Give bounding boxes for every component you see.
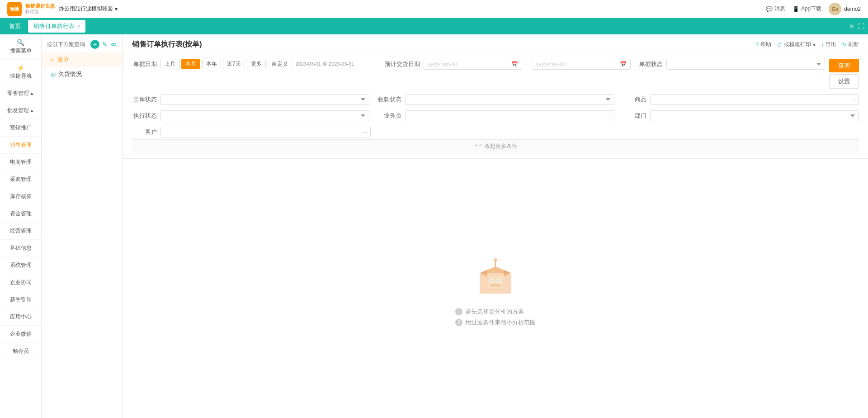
collapse-bar[interactable]: ⌃⌃ 收起更多条件 — [132, 139, 859, 153]
export-button[interactable]: ↓ 导出 — [821, 41, 836, 48]
refresh-button[interactable]: ↻ 刷新 — [842, 41, 859, 48]
sidebar-item-appstore[interactable]: 应用中心 — [0, 309, 41, 326]
collapse-panel-button[interactable]: ≪ — [110, 41, 117, 48]
nav-icon-shortage: ◎ — [51, 71, 56, 78]
payment-label: 收款状态 — [377, 95, 401, 104]
sidebar-item-purchase[interactable]: 采购管理 — [0, 171, 41, 188]
edit-scheme-button[interactable]: ✎ — [102, 41, 108, 48]
order-status-select-wrap — [666, 59, 825, 70]
customer-more-icon[interactable]: ··· — [360, 129, 370, 135]
chevron-icon-retail: ▲ — [30, 91, 34, 96]
sidebar-item-system[interactable]: 系统管理 — [0, 257, 41, 274]
order-status-label: 单据状态 — [638, 60, 663, 68]
search-icon: 🔍 — [17, 39, 24, 46]
calendar-icon-end: 📅 — [620, 61, 627, 67]
logo-icon: 畅捷 — [7, 2, 22, 16]
date-btn-last-month[interactable]: 上月 — [160, 59, 179, 69]
top-bar-right: 💬 消息 📱 App下载 Ea demo2 — [766, 3, 861, 15]
payment-filter: 收款状态 — [377, 94, 614, 105]
goods-input[interactable] — [651, 95, 849, 104]
setting-button[interactable]: 设置 — [829, 74, 859, 89]
expected-date-start[interactable]: yyyy-mm-dd 📅 — [424, 59, 522, 70]
sidebar-item-ecommerce[interactable]: 电商管理 — [0, 154, 41, 171]
page-title: 销售订单执行表(按单) — [132, 40, 202, 49]
date-btn-7days[interactable]: 近7天 — [223, 59, 245, 69]
sidebar: 🔍 搜索菜单 ⚡ 快捷导航 零售管理 ▲ 批发管理 ▲ 营销推广 销售管理 电商… — [0, 34, 42, 418]
close-window-icon[interactable]: ✕ — [849, 23, 854, 30]
dept-select[interactable] — [650, 110, 859, 121]
tip-num-2: 2 — [455, 319, 462, 326]
sidebar-item-member[interactable]: 畅会员 — [0, 343, 41, 360]
sidebar-item-search[interactable]: 🔍 搜索菜单 — [0, 34, 41, 60]
page-actions: ? 帮助 🖨 按模板打印 ▾ ↓ 导出 ↻ 刷新 — [755, 41, 859, 48]
app-download-button[interactable]: 📱 App下载 — [793, 5, 821, 13]
svg-rect-9 — [491, 285, 500, 286]
main-content: 销售订单执行表(按单) ? 帮助 🖨 按模板打印 ▾ ↓ 导出 — [123, 34, 868, 418]
add-scheme-button[interactable]: + — [90, 40, 99, 49]
sidebar-item-finance[interactable]: 资金管理 — [0, 205, 41, 223]
exec-status-select[interactable] — [160, 110, 369, 121]
expected-date-filter: 预计交货日期 yyyy-mm-dd 📅 — yyyy-mm-dd 📅 — [385, 59, 630, 70]
expected-date-end[interactable]: yyyy-mm-dd 📅 — [532, 59, 630, 70]
customer-input[interactable] — [161, 127, 360, 137]
print-icon: 🖨 — [777, 42, 782, 48]
avatar: Ea — [829, 3, 841, 15]
chevron-icon-wholesale: ▲ — [30, 108, 34, 113]
top-bar-left: 畅捷 畅捷通好生意 标准版 办公用品行业模拟账套 ▾ — [7, 2, 118, 16]
left-panel-actions: + ✎ ≪ — [90, 40, 117, 49]
empty-icon-svg — [471, 253, 520, 298]
tab-active[interactable]: 销售订单执行表 × — [28, 20, 85, 33]
left-panel-header: 按以下方案查询 + ✎ ≪ — [42, 38, 123, 52]
date-btn-custom[interactable]: 自定义 — [268, 59, 292, 69]
sidebar-item-quick[interactable]: ⚡ 快捷导航 — [0, 60, 41, 85]
shipping-select[interactable] — [160, 94, 369, 105]
sales-person-input[interactable] — [406, 111, 604, 121]
filter-row-4: 客户 ··· — [132, 127, 859, 138]
date-range-separator: — — [524, 61, 530, 68]
industry-selector[interactable]: 办公用品行业模拟账套 ▾ — [59, 5, 118, 13]
order-status-filter: 单据状态 ▾ — [638, 59, 822, 70]
tab-close-icon[interactable]: × — [77, 24, 80, 29]
date-quick-buttons: 上月 本月 本年 近7天 更多 自定义 — [160, 59, 292, 69]
order-status-select[interactable] — [666, 59, 825, 70]
sales-person-label: 业务员 — [377, 112, 401, 120]
sidebar-item-guide[interactable]: 新手引导 — [0, 291, 41, 309]
page-wrapper: 按以下方案查询 + ✎ ≪ ○ 按单 ◎ 欠货情况 销售订单执行表(按单) — [42, 34, 868, 418]
date-btn-this-year[interactable]: 本年 — [202, 59, 221, 69]
message-button[interactable]: 💬 消息 — [766, 5, 785, 13]
quick-nav-icon: ⚡ — [17, 64, 24, 71]
filter-row-2: 出库状态 收款状态 — [132, 94, 859, 105]
tab-bar-right: ✕ ⛶ — [849, 23, 864, 30]
sales-person-more-icon[interactable]: ··· — [604, 113, 614, 119]
sidebar-item-basic[interactable]: 基础信息 — [0, 240, 41, 257]
left-panel: 按以下方案查询 + ✎ ≪ ○ 按单 ◎ 欠货情况 — [42, 34, 123, 418]
sidebar-item-wholesale[interactable]: 批发管理 ▲ — [0, 102, 41, 119]
help-button[interactable]: ? 帮助 — [755, 41, 771, 48]
query-actions: 查询 设置 — [829, 59, 859, 89]
tab-home[interactable]: 首页 — [4, 20, 26, 33]
sidebar-item-operation[interactable]: 经营管理 — [0, 223, 41, 240]
user-menu[interactable]: Ea demo2 — [829, 3, 861, 15]
goods-more-icon[interactable]: ··· — [849, 96, 859, 103]
print-chevron-icon: ▾ — [813, 42, 816, 48]
sidebar-item-inventory[interactable]: 库存核算 — [0, 188, 41, 205]
customer-label: 客户 — [132, 128, 157, 136]
query-button[interactable]: 查询 — [829, 59, 859, 72]
date-filter: 单据日期 上月 本月 本年 近7天 更多 自定义 2023-03-01 至 20… — [132, 59, 377, 69]
sidebar-item-retail[interactable]: 零售管理 ▲ — [0, 85, 41, 102]
print-template-button[interactable]: 🖨 按模板打印 ▾ — [777, 41, 816, 48]
help-icon: ? — [755, 42, 759, 48]
sidebar-item-collab[interactable]: 企业协同 — [0, 274, 41, 291]
customer-filter: 客户 ··· — [132, 127, 371, 138]
app-title-line1: 畅捷通好生意 — [25, 3, 55, 9]
date-btn-more[interactable]: 更多 — [247, 59, 266, 69]
nav-item-by-order[interactable]: ○ 按单 — [42, 52, 123, 67]
payment-select[interactable] — [405, 94, 614, 105]
sidebar-item-marketing[interactable]: 营销推广 — [0, 119, 41, 137]
empty-tips: 1 请先选择要分析的方案 2 用过滤条件来缩小分析范围 — [455, 308, 536, 327]
sidebar-item-sales[interactable]: 销售管理 — [0, 137, 41, 154]
sidebar-item-wechat[interactable]: 企业微信 — [0, 326, 41, 343]
date-btn-this-month[interactable]: 本月 — [181, 59, 200, 69]
maximize-icon[interactable]: ⛶ — [858, 23, 864, 30]
nav-item-shortage[interactable]: ◎ 欠货情况 — [42, 67, 123, 81]
